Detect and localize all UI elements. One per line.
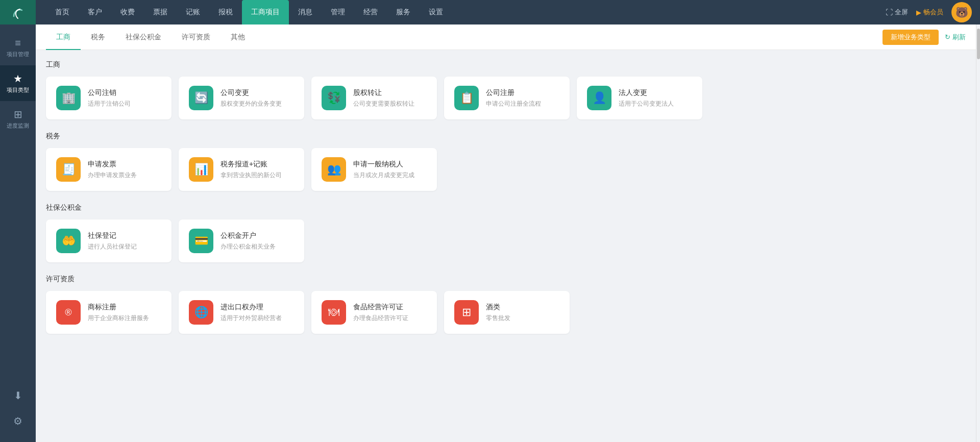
card-legal-change[interactable]: 👤 法人变更 适用于公司变更法人	[577, 77, 702, 119]
card-title: 进出口权办理	[220, 303, 282, 312]
fund-account-icon: 💳	[189, 229, 213, 253]
card-desc: 办理申请发票业务	[88, 171, 137, 180]
card-import-export-text: 进出口权办理 适用于对外贸易经营者	[220, 303, 282, 323]
card-trademark-text: 商标注册 用于企业商标注册服务	[88, 303, 149, 323]
card-desc: 申请公司注册全流程	[486, 100, 541, 108]
vip-btn[interactable]: ▶ 畅会员	[916, 8, 943, 17]
nav-message[interactable]: 消息	[289, 0, 322, 24]
tab-tax[interactable]: 税务	[81, 24, 115, 50]
equity-transfer-icon: 💱	[322, 86, 346, 110]
nav-tax[interactable]: 报税	[209, 0, 242, 24]
fullscreen-label: 全屏	[895, 8, 908, 17]
card-general-taxpayer[interactable]: 👥 申请一般纳税人 当月或次月成变更完成	[311, 148, 437, 191]
sidebar-support-btn[interactable]: ⚙	[0, 408, 36, 434]
tab-other[interactable]: 其他	[220, 24, 255, 50]
commerce-card-grid: 🏢 公司注销 适用于注销公司 🔄 公司变更 股权变更外的业务变更 💱	[46, 77, 966, 119]
general-taxpayer-icon: 👥	[322, 157, 346, 182]
list-icon: ≡	[15, 37, 21, 49]
sidebar-item-project-type[interactable]: ★ 项目类型	[0, 65, 36, 101]
card-tax-accounting[interactable]: 📊 税务报道+记账 拿到营业执照的新公司	[179, 148, 304, 191]
card-desc: 拿到营业执照的新公司	[220, 171, 282, 180]
card-food-license-text: 食品经营许可证 办理食品经营许可证	[353, 303, 408, 323]
card-title: 公司注销	[88, 88, 131, 97]
food-license-icon: 🍽	[322, 300, 346, 325]
card-alcohol-text: 酒类 零售批发	[486, 303, 510, 323]
tab-commerce[interactable]: 工商	[46, 24, 81, 50]
card-apply-invoice[interactable]: 🧾 申请发票 办理申请发票业务	[46, 148, 172, 191]
sidebar-item-project-manage[interactable]: ≡ 项目管理	[0, 30, 36, 65]
card-tax-accounting-text: 税务报道+记账 拿到营业执照的新公司	[220, 160, 282, 180]
card-fund-account[interactable]: 💳 公积金开户 办理公积金相关业务	[179, 219, 304, 262]
card-legal-change-text: 法人变更 适用于公司变更法人	[619, 88, 674, 108]
sidebar: ≡ 项目管理 ★ 项目类型 ⊞ 进度监测 ⬇ ⚙	[0, 24, 36, 442]
apply-invoice-icon: 🧾	[56, 157, 81, 182]
nav-commerce[interactable]: 工商项目	[242, 0, 289, 24]
card-desc: 适用于公司变更法人	[619, 100, 674, 108]
refresh-label: 刷新	[952, 33, 966, 42]
nav-invoice[interactable]: 票据	[144, 0, 177, 24]
card-company-cancel[interactable]: 🏢 公司注销 适用于注销公司	[46, 77, 172, 119]
tab-actions: 新增业务类型 ↻ 刷新	[883, 30, 966, 45]
card-title: 税务报道+记账	[220, 160, 282, 169]
card-apply-invoice-text: 申请发票 办理申请发票业务	[88, 160, 137, 180]
card-alcohol[interactable]: ⊞ 酒类 零售批发	[444, 291, 570, 334]
card-title: 申请发票	[88, 160, 137, 169]
nav-accounting[interactable]: 记账	[177, 0, 209, 24]
card-desc: 办理食品经营许可证	[353, 314, 408, 323]
top-nav: 首页 客户 收费 票据 记账 报税 工商项目 消息 管理 经营 服务 设置 ⛶ …	[0, 0, 980, 24]
card-title: 社保登记	[88, 231, 137, 240]
nav-customer[interactable]: 客户	[79, 0, 111, 24]
card-social-register[interactable]: 🤲 社保登记 进行人员社保登记	[46, 219, 172, 262]
card-desc: 进行人员社保登记	[88, 242, 137, 251]
tax-accounting-icon: 📊	[189, 157, 213, 182]
card-company-register-text: 公司注册 申请公司注册全流程	[486, 88, 541, 108]
nav-fee[interactable]: 收费	[111, 0, 144, 24]
card-company-change[interactable]: 🔄 公司变更 股权变更外的业务变更	[179, 77, 304, 119]
scrollbar-thumb[interactable]	[977, 29, 980, 59]
card-trademark[interactable]: ® 商标注册 用于企业商标注册服务	[46, 291, 172, 334]
card-title: 申请一般纳税人	[353, 160, 414, 169]
card-title: 公司变更	[220, 88, 282, 97]
fullscreen-btn[interactable]: ⛶ 全屏	[886, 8, 908, 17]
card-title: 公司注册	[486, 88, 541, 97]
nav-manage[interactable]: 管理	[322, 0, 354, 24]
nav-service[interactable]: 服务	[387, 0, 420, 24]
support-icon: ⚙	[13, 415, 22, 427]
card-title: 商标注册	[88, 303, 149, 312]
sidebar-label-progress-monitor: 进度监测	[7, 122, 29, 129]
card-desc: 公司变更需要股权转让	[353, 100, 414, 108]
fullscreen-icon: ⛶	[886, 8, 893, 16]
nav-items: 首页 客户 收费 票据 记账 报税 工商项目 消息 管理 经营 服务 设置	[36, 0, 886, 24]
nav-operation[interactable]: 经营	[354, 0, 387, 24]
new-type-button[interactable]: 新增业务类型	[883, 30, 939, 45]
card-import-export[interactable]: 🌐 进出口权办理 适用于对外贸易经营者	[179, 291, 304, 334]
card-company-cancel-text: 公司注销 适用于注销公司	[88, 88, 131, 108]
trademark-icon: ®	[56, 300, 81, 325]
license-card-grid: ® 商标注册 用于企业商标注册服务 🌐 进出口权办理 适用于对外贸易经营者 🍽	[46, 291, 966, 334]
section-title-license: 许可资质	[46, 275, 966, 284]
tab-social-insurance[interactable]: 社保公积金	[115, 24, 172, 50]
logo-area	[0, 0, 36, 24]
card-title: 股权转让	[353, 88, 414, 97]
card-food-license[interactable]: 🍽 食品经营许可证 办理食品经营许可证	[311, 291, 437, 334]
social-register-icon: 🤲	[56, 229, 81, 253]
nav-home[interactable]: 首页	[46, 0, 79, 24]
scroll-content[interactable]: 工商 🏢 公司注销 适用于注销公司 🔄 公司变更 股权变更外的业务变更	[36, 50, 976, 442]
card-general-taxpayer-text: 申请一般纳税人 当月或次月成变更完成	[353, 160, 414, 180]
download-icon: ⬇	[14, 389, 22, 402]
card-desc: 用于企业商标注册服务	[88, 314, 149, 323]
social-card-grid: 🤲 社保登记 进行人员社保登记 💳 公积金开户 办理公积金相关业务	[46, 219, 966, 262]
sidebar-item-progress-monitor[interactable]: ⊞ 进度监测	[0, 101, 36, 137]
tab-license[interactable]: 许可资质	[172, 24, 220, 50]
tab-bar: 工商 税务 社保公积金 许可资质 其他 新增业务类型 ↻ 刷新	[36, 24, 976, 50]
card-equity-transfer[interactable]: 💱 股权转让 公司变更需要股权转让	[311, 77, 437, 119]
refresh-button[interactable]: ↻ 刷新	[945, 33, 966, 42]
card-company-register[interactable]: 📋 公司注册 申请公司注册全流程	[444, 77, 570, 119]
company-cancel-icon: 🏢	[56, 86, 81, 110]
sidebar-download-btn[interactable]: ⬇	[0, 383, 36, 408]
card-desc: 零售批发	[486, 314, 510, 323]
card-title: 酒类	[486, 303, 510, 312]
card-title: 食品经营许可证	[353, 303, 408, 312]
nav-settings[interactable]: 设置	[420, 0, 452, 24]
mascot-avatar[interactable]: 🐻	[951, 2, 972, 22]
